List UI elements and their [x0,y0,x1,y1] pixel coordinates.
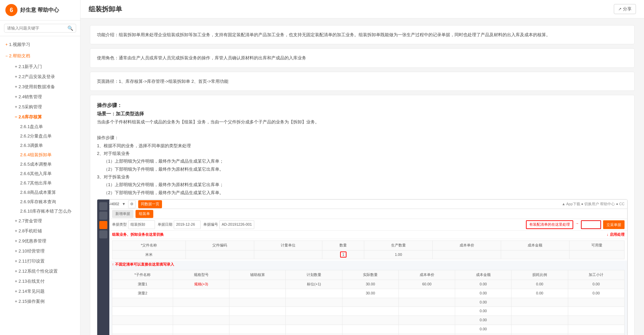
ss-main-area: 新增单据 组装单 单据类型 组装拆卸 单据日期 [97,209,627,335]
ss-fields-row1: 单据类型 组装拆卸 单据日期 2019-12-26 单据编号 AD-201912… [109,219,627,231]
ss-top-table: *父件名称 父件编码 计量单位 数量 生产数量 成本单价 成本金额 可用量 [112,240,625,260]
sidebar-sub-inventory: 2.6.1盘点单 2.6.2分量盘点单 2.6.3调拨单 2.6.4组装拆卸单 … [9,122,80,216]
step3-1-text: （1）上部明细为父件明细，最终作为原材料生成某它出库单； [97,181,628,188]
step2-text: 2、对于组装业务 [97,150,628,157]
table-row: 米米 1 1.00 [112,250,625,259]
intro-function-text: 功能介绍：组装拆卸单用来处理企业组装或拆卸等加工业务，支持有固定装配清单的产品加… [97,31,628,39]
logo-area: 6 好生意 帮助中心 [0,0,80,20]
step3-text: 3、对于拆装业务 [97,173,628,181]
step2-1-text: （1）上部明细为父件明细，最终作为产成品生成某它入库单； [97,157,628,165]
screenshot-wrapper: TEST-H002 ▼ ⚙ 同数据一页 ▲ App下载 ● 切换用户 帮助中心 … [97,199,628,335]
share-button[interactable]: ↗ 分享 [614,4,636,14]
step3-2-text: （2）下部明细为子件明细，最终作为产成品生成某它入库单。 [97,189,628,197]
steps-block: 操作步骤： 场景一：加工类型选择 当由多个子件材料组装成一个成品的业务为【组装】… [90,95,635,335]
ss-col-spec: 规格型号 [173,270,229,280]
annotation-freeform: ↑ 不固定清单可以直接在这里填写录入 [109,261,627,269]
ss-col-aux: 辅助核算 [229,270,286,280]
ss-top-table-area: *父件名称 父件编码 计量单位 数量 生产数量 成本单价 成本金额 可用量 [109,239,627,261]
ss-col-qty: 数量 [322,240,364,250]
ss-col-child-cost-price: 成本单价 [398,270,455,280]
ss-col-unit: 计量单位 [254,240,322,250]
ss-date-input[interactable]: 2019-12-26 [174,220,201,229]
intro-function-block: 功能介绍：组装拆卸单用来处理企业组装或拆卸等加工业务，支持有固定装配清单的产品加… [90,25,635,44]
intro-path-text: 页面路径：1、库存核算->库存管理->组装拆卸单 2、首页->常用功能 [97,77,628,85]
ss-date-field: 单据日期 2019-12-26 [158,220,201,229]
screenshot: TEST-H002 ▼ ⚙ 同数据一页 ▲ App下载 ● 切换用户 帮助中心 … [97,200,627,335]
table-row: 测量2 30.00 0.00 0.00 [112,289,625,298]
annotation-enable: 启用处理 [610,231,625,238]
sidebar-item-install[interactable]: + 2.2产品安装及登录 [9,72,80,82]
sidebar-item-count[interactable]: 2.6.1盘点单 [15,122,80,131]
sidebar-item-other-in[interactable]: 2.6.6其他入库单 [15,169,80,178]
ss-topbar: TEST-H002 ▼ ⚙ 同数据一页 ▲ App下载 ● 切换用户 帮助中心 … [97,200,627,209]
search-icon[interactable]: 🔍 [67,25,73,31]
ss-col-plan-qty: 计划数量 [286,270,342,280]
ss-col-child-name: *子件名称 [112,270,173,280]
intro-role-block: 使用角色：通常由生产人员或库管人员完成拆装业务的操作，库管人员确认原材料的出库和… [90,48,635,67]
main-content: 功能介绍：组装拆卸单用来处理企业组装或拆卸等加工业务，支持有固定装配清单的产品加… [80,18,644,335]
main-area: 组装拆卸单 ↗ 分享 功能介绍：组装拆卸单用来处理企业组装或拆卸等加工业务，支持… [80,0,644,335]
ss-tabs: 新增单据 组装单 [109,209,627,219]
sidebar-item-error[interactable]: 2.6.10库存账本错了怎么办 [15,207,80,216]
sidebar-item-inventory[interactable]: − 2.6库存核算 [9,112,80,122]
ss-topbar-right: ▲ App下载 ● 切换用户 帮助中心 ● CC [562,201,625,208]
ss-tab-new[interactable]: 新增单据 [112,210,133,218]
step2-2-text: （2）下部明细为子件明细，最终作为原材料生成某它出库单。 [97,165,628,173]
sidebar-item-query[interactable]: 2.6.9库存账本查询 [15,197,80,207]
share-icon: ↗ [618,7,622,11]
ss-col-actual-qty: 实际数量 [342,270,398,280]
intro-role-text: 使用角色：通常由生产人员或库管人员完成拆装业务的操作，库管人员确认原材料的出库和… [97,54,628,62]
steps-title: 操作步骤： [97,101,628,110]
ss-bottom-table-area: *子件名称 规格型号 辅助核算 计划数量 实际数量 成本单价 成本金额 损耗比例 [109,269,627,335]
steps-sub-title: 操作步骤： [97,134,628,142]
sidebar-item-video[interactable]: + 1.视频学习 [0,39,80,50]
table-row: 0.00 [112,298,625,307]
ss-tab-assemble[interactable]: 组装单 [136,210,153,218]
sidebar-item-operation[interactable]: + 2.10经营管理 [9,246,80,256]
sidebar-item-cost-adjust[interactable]: 2.6.5成本调整单 [15,160,80,169]
sidebar-item-new[interactable]: + 2.1新手入门 [9,62,80,72]
sidebar-item-cost-calc[interactable]: 2.6.8商品成本重算 [15,188,80,197]
sidebar: 6 好生意 帮助中心 🔍 + 1.视频学习 − 2.帮助文档 + 2.1新手入门… [0,0,80,335]
ss-save-btn[interactable]: 立采单据 [603,220,625,229]
search-input[interactable] [7,26,67,31]
sidebar-item-cases[interactable]: + 2.15操作案例 [9,296,80,306]
ss-code-input[interactable]: AD-20191226-001 [219,220,254,229]
ss-type-field: 单据类型 组装拆卸 [112,220,155,229]
sidebar-item-online-pay[interactable]: + 2.13在线支付 [9,276,80,286]
ss-sidebar [97,200,109,335]
sidebar-item-adjust[interactable]: 2.6.3调拨单 [15,141,80,150]
search-area[interactable]: 🔍 [0,20,80,36]
scene1-title: 场景一：加工类型选择 [97,110,628,118]
sidebar-item-split-count[interactable]: 2.6.2分量盘点单 [15,131,80,141]
ss-col-child-cost-amt: 成本金额 [455,270,512,280]
ss-col-cost-price: 成本单价 [433,240,501,250]
sidebar-item-purchase[interactable]: + 2.5采购管理 [9,102,80,112]
sidebar-item-assemble[interactable]: 2.6.4组装拆卸单 [15,150,80,160]
ss-code-field: 单据编号 AD-20191226-001 [203,220,254,229]
sidebar-item-other-out[interactable]: 2.6.7其他出库单 [15,178,80,188]
ss-col-loss: 损耗比例 [512,270,568,280]
table-row: 测量1 规格(+3) 标位(+1) 30.00 60.00 0.00 0.00 [112,280,625,289]
sidebar-item-coupon[interactable]: + 2.9优惠券管理 [9,236,80,246]
ss-annotation-row: 组装业务、拆卸业务在这里切换 ↓ 启用处理 [109,231,627,239]
ss-bom-input[interactable] [581,220,601,229]
sidebar-item-sales[interactable]: + 2.4销售管理 [9,92,80,102]
ss-col-avail: 可用量 [569,240,624,250]
sidebar-item-print[interactable]: + 2.11打印设置 [9,256,80,266]
ss-col-prod-qty: 生产数量 [364,240,433,250]
sidebar-item-data[interactable]: + 2.3使用前数据准备 [9,82,80,92]
sidebar-item-custom[interactable]: + 2.12系统个性化设置 [9,266,80,276]
ss-col-parent-code: 父件编码 [186,240,254,250]
sidebar-item-faq[interactable]: + 2.14常见问题 [9,286,80,296]
sidebar-item-capital[interactable]: + 2.7资金管理 [9,216,80,226]
sidebar-item-docs[interactable]: − 2.帮助文档 [0,50,80,62]
table-row: 0.00 [112,325,625,334]
annotation-switch: 组装业务、拆卸业务在这里切换 [112,231,164,238]
ss-topbar-btn: 同数据一页 [138,200,162,208]
ss-type-input[interactable]: 组装拆卸 [128,220,155,229]
intro-path-block: 页面路径：1、库存核算->库存管理->组装拆卸单 2、首页->常用功能 [90,72,635,91]
step1-text: 1、根据不同的业务，选择不同单据的类型来处理 [97,142,628,150]
sidebar-item-mobile[interactable]: + 2.8手机旺铺 [9,226,80,236]
sidebar-sub-docs: + 2.1新手入门 + 2.2产品安装及登录 + 2.3使用前数据准备 + 2.… [0,62,80,306]
